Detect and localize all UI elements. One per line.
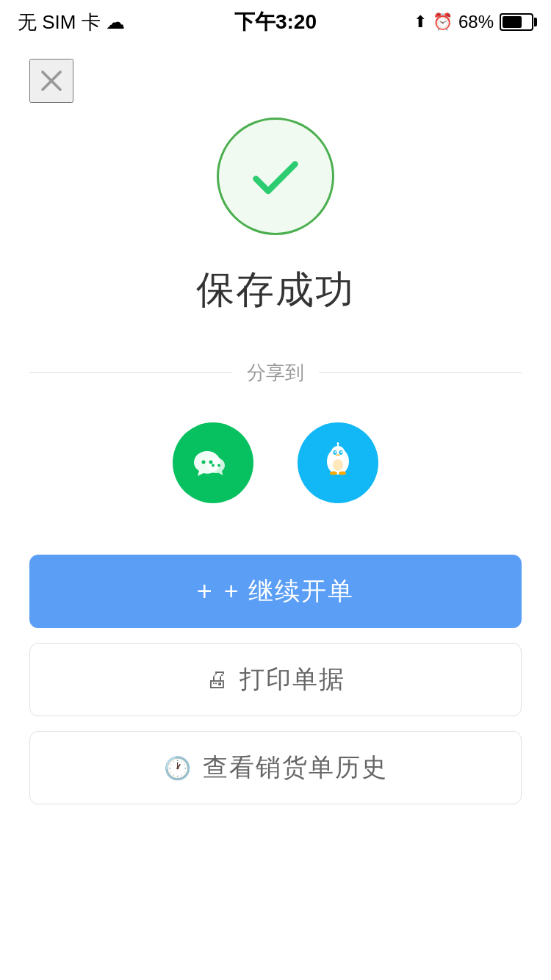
svg-point-19 [337,442,339,444]
battery-fill [503,16,522,28]
success-title: 保存成功 [196,264,355,316]
wechat-share-button[interactable] [173,422,253,503]
status-bar: 无 SIM 卡 ☁ 下午3:20 ⬆ ⏰ 68% [0,0,551,44]
divider-left [29,372,232,373]
share-divider: 分享到 [29,360,522,386]
svg-point-15 [333,459,343,471]
battery-percentage: 68% [458,12,494,32]
sim-text: 无 SIM 卡 ☁ [18,10,125,35]
svg-point-5 [212,464,215,467]
checkmark-icon [246,147,305,206]
share-label: 分享到 [247,360,304,386]
main-content: 保存成功 分享到 [0,44,551,980]
wechat-icon [191,441,235,485]
close-button[interactable] [29,59,73,103]
qq-icon [316,441,360,485]
svg-point-11 [334,451,336,453]
battery-icon [500,13,533,31]
close-icon [38,68,65,94]
location-icon: ⬆ [414,12,427,32]
svg-point-17 [339,472,346,475]
svg-point-3 [202,461,206,464]
print-label: 打印单据 [240,663,345,696]
success-circle [217,118,334,235]
svg-point-12 [340,451,342,453]
history-icon: 🕐 [164,755,192,781]
svg-point-16 [330,472,337,475]
continue-button[interactable]: + + 继续开单 [29,555,522,628]
divider-right [319,372,522,373]
print-button[interactable]: 🖨 打印单据 [29,643,522,716]
svg-point-4 [209,461,213,464]
status-left: 无 SIM 卡 ☁ [18,10,125,35]
share-icons [173,422,378,503]
svg-point-6 [217,464,220,467]
qq-share-button[interactable] [298,422,378,503]
status-time: 下午3:20 [234,8,317,36]
action-buttons: + + 继续开单 🖨 打印单据 🕐 查看销货单历史 [29,555,522,804]
print-icon: 🖨 [206,667,229,692]
alarm-icon: ⏰ [433,12,453,32]
status-right: ⬆ ⏰ 68% [414,12,533,32]
history-label: 查看销货单历史 [203,751,388,785]
continue-icon: + [197,576,214,607]
history-button[interactable]: 🕐 查看销货单历史 [29,731,522,804]
continue-label: + 继续开单 [224,574,354,608]
